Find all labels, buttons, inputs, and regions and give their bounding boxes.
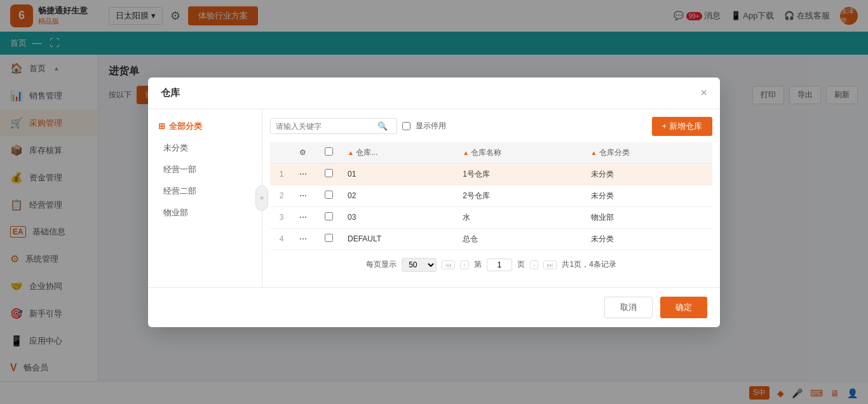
row-gear[interactable]: ⋯ xyxy=(293,185,318,206)
row-number: 3 xyxy=(270,206,293,228)
row-name: 1号仓库 xyxy=(456,163,584,185)
row-name: 总仓 xyxy=(456,228,584,250)
row-checkbox[interactable] xyxy=(318,163,341,185)
row-number: 1 xyxy=(270,163,293,185)
cancel-button[interactable]: 取消 xyxy=(604,297,653,318)
row-category: 未分类 xyxy=(585,163,712,185)
warehouse-modal: 仓库 × ⊞ 全部分类 未分类 经营一部 经营二部 物业部 « xyxy=(148,77,720,327)
all-categories-item[interactable]: ⊞ 全部分类 xyxy=(148,116,262,137)
table-row[interactable]: 4 ⋯ DEFAULT 总仓 未分类 xyxy=(270,228,712,250)
col-header-gear: ⚙ xyxy=(293,142,318,164)
search-input-wrap: 🔍 xyxy=(270,118,397,134)
sort-code-icon[interactable]: ▲ xyxy=(348,149,354,156)
row-category: 未分类 xyxy=(585,185,712,206)
first-page-button[interactable]: ⏮ xyxy=(442,260,455,269)
search-box: 🔍 显示停用 xyxy=(270,118,446,134)
add-warehouse-button[interactable]: + 新增仓库 xyxy=(652,117,712,136)
per-page-select[interactable]: 50 20 100 xyxy=(402,258,437,272)
table-panel: 🔍 显示停用 + 新增仓库 xyxy=(262,109,720,287)
row-checkbox[interactable] xyxy=(318,228,341,250)
row-gear[interactable]: ⋯ xyxy=(293,206,318,228)
sort-name-icon[interactable]: ▲ xyxy=(463,149,469,156)
collapse-panel-button[interactable]: « xyxy=(255,185,268,211)
row-checkbox[interactable] xyxy=(318,206,341,228)
table-row[interactable]: 3 ⋯ 03 水 物业部 xyxy=(270,206,712,228)
row-number: 2 xyxy=(270,185,293,206)
show-disabled-checkbox[interactable]: 显示停用 xyxy=(402,121,446,131)
row-checkbox[interactable] xyxy=(318,185,341,206)
col-header-checkbox xyxy=(318,142,341,164)
col-header-category: ▲ 仓库分类 xyxy=(585,142,712,164)
chevron-left-icon: « xyxy=(260,194,264,201)
row-gear[interactable]: ⋯ xyxy=(293,163,318,185)
modal-footer: 取消 确定 xyxy=(148,287,720,327)
row-gear[interactable]: ⋯ xyxy=(293,228,318,250)
row-number: 4 xyxy=(270,228,293,250)
confirm-button[interactable]: 确定 xyxy=(660,297,707,318)
category-item-unclassified[interactable]: 未分类 xyxy=(148,137,262,159)
row-code: 01 xyxy=(341,163,456,185)
modal-body: ⊞ 全部分类 未分类 经营一部 经营二部 物业部 « xyxy=(148,109,720,287)
row-code: DEFAULT xyxy=(341,228,456,250)
next-page-button[interactable]: › xyxy=(530,260,539,269)
modal-header: 仓库 × xyxy=(148,77,720,109)
row-name: 水 xyxy=(456,206,584,228)
show-disabled-toggle[interactable] xyxy=(402,122,410,130)
warehouse-table: ⚙ ▲ 仓库... ▲ xyxy=(270,142,712,250)
row-category: 物业部 xyxy=(585,206,712,228)
category-item-operation1[interactable]: 经营一部 xyxy=(148,159,262,180)
row-name: 2号仓库 xyxy=(456,185,584,206)
modal-title: 仓库 xyxy=(161,87,180,99)
grid-icon: ⊞ xyxy=(158,121,165,131)
sort-category-icon[interactable]: ▲ xyxy=(591,149,597,156)
col-header-code: ▲ 仓库... xyxy=(341,142,456,164)
prev-page-button[interactable]: ‹ xyxy=(460,260,469,269)
search-icon[interactable]: 🔍 xyxy=(377,121,388,131)
pagination: 每页显示 50 20 100 ⏮ ‹ 第 页 › ⏭ 共1页，4条记录 xyxy=(270,250,712,279)
col-header-name: ▲ 仓库名称 xyxy=(456,142,584,164)
table-body: 1 ⋯ 01 1号仓库 未分类 2 ⋯ 02 2号仓库 未分类 3 ⋯ 03 水… xyxy=(270,163,712,250)
select-all-checkbox[interactable] xyxy=(325,147,333,156)
row-code: 03 xyxy=(341,206,456,228)
category-panel: ⊞ 全部分类 未分类 经营一部 经营二部 物业部 « xyxy=(148,109,262,287)
category-item-operation2[interactable]: 经营二部 xyxy=(148,180,262,202)
search-input[interactable] xyxy=(276,122,377,131)
table-row[interactable]: 2 ⋯ 02 2号仓库 未分类 xyxy=(270,185,712,206)
table-row[interactable]: 1 ⋯ 01 1号仓库 未分类 xyxy=(270,163,712,185)
modal-overlay: 仓库 × ⊞ 全部分类 未分类 经营一部 经营二部 物业部 « xyxy=(0,0,868,404)
row-category: 未分类 xyxy=(585,228,712,250)
row-code: 02 xyxy=(341,185,456,206)
table-wrapper: ⚙ ▲ 仓库... ▲ xyxy=(270,142,712,250)
modal-close-button[interactable]: × xyxy=(700,86,707,100)
page-number-input[interactable] xyxy=(487,259,512,271)
gear-icon[interactable]: ⚙ xyxy=(299,148,306,157)
last-page-button[interactable]: ⏭ xyxy=(543,260,557,269)
category-item-property[interactable]: 物业部 xyxy=(148,202,262,224)
table-header: ⚙ ▲ 仓库... ▲ xyxy=(270,142,712,164)
table-toolbar: 🔍 显示停用 + 新增仓库 xyxy=(270,117,712,136)
col-header-no xyxy=(270,142,293,164)
